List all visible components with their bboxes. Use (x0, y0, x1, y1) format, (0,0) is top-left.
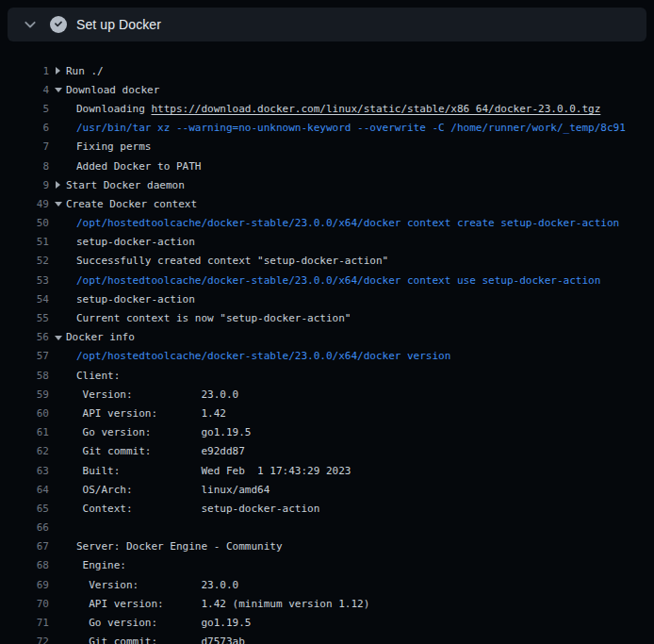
command-text: /usr/bin/tar xz --warning=no-unknown-key… (76, 122, 626, 134)
line-number[interactable]: 60 (0, 407, 49, 420)
log-text: Downloading https://download.docker.com/… (76, 103, 600, 115)
log-line: 69 Version: 23.0.0 (0, 575, 654, 594)
log-text: Go version: go1.19.5 (76, 617, 251, 629)
triangle-down-icon (55, 85, 66, 95)
line-number[interactable]: 72 (0, 636, 49, 644)
line-number[interactable]: 71 (0, 617, 49, 629)
group-content: Download docker (55, 84, 159, 96)
chevron-down-icon[interactable] (23, 17, 38, 32)
log-line: 59 Version: 23.0.0 (0, 385, 654, 404)
line-number[interactable]: 5 (0, 103, 49, 115)
log-line: 66 (0, 519, 654, 537)
log-text: setup-docker-action (76, 293, 195, 305)
log-text: Version: 23.0.0 (76, 388, 238, 401)
line-number[interactable]: 62 (0, 445, 49, 457)
log-line: 52Successfully created context "setup-do… (0, 252, 654, 271)
line-number[interactable]: 54 (0, 293, 49, 305)
log-line: 67Server: Docker Engine - Community (0, 537, 654, 556)
line-number[interactable]: 51 (0, 236, 49, 248)
log-text: OS/Arch: linux/amd64 (76, 484, 270, 496)
log-group-row[interactable]: 9Start Docker daemon (0, 175, 654, 194)
log-text: Version: 23.0.0 (76, 579, 238, 591)
line-number[interactable]: 53 (0, 274, 49, 287)
log-text: Context: setup-docker-action (76, 503, 319, 515)
log: 1Run ./4Download docker5Downloading http… (0, 49, 654, 644)
line-number[interactable]: 67 (0, 540, 49, 553)
line-number[interactable]: 56 (0, 331, 49, 343)
log-line: 6/usr/bin/tar xz --warning=no-unknown-ke… (0, 119, 654, 138)
check-circle-icon (50, 16, 67, 33)
log-text: Downloading (76, 103, 151, 115)
line-number[interactable]: 7 (0, 140, 49, 153)
log-line: 58Client: (0, 366, 654, 385)
line-number[interactable]: 63 (0, 465, 49, 477)
log-text: Added Docker to PATH (76, 160, 201, 173)
log-text: Fixing perms (76, 140, 151, 153)
line-number[interactable]: 61 (0, 426, 49, 438)
command-text: /opt/hostedtoolcache/docker-stable/23.0.… (76, 274, 600, 287)
line-number[interactable]: 4 (0, 84, 49, 96)
line-number[interactable]: 8 (0, 160, 49, 173)
log-text: Client: (76, 370, 120, 382)
line-number[interactable]: 1 (0, 65, 49, 77)
log-text: Go version: go1.19.5 (76, 426, 251, 438)
line-number[interactable]: 59 (0, 388, 49, 401)
line-number[interactable]: 66 (0, 521, 49, 534)
group-title: Start Docker daemon (66, 179, 185, 191)
log-line: 63 Built: Wed Feb 1 17:43:29 2023 (0, 461, 654, 480)
triangle-right-icon (55, 66, 66, 76)
line-number[interactable]: 6 (0, 122, 49, 134)
log-line: 61 Go version: go1.19.5 (0, 423, 654, 442)
line-number[interactable]: 68 (0, 559, 49, 571)
line-number[interactable]: 49 (0, 198, 49, 210)
step-header[interactable]: Set up Docker (8, 8, 646, 41)
log-line: 71 Go version: go1.19.5 (0, 613, 654, 632)
log-group-row[interactable]: 56Docker info (0, 328, 654, 347)
log-line: 51setup-docker-action (0, 233, 654, 252)
group-title: Download docker (66, 84, 159, 96)
log-text: Git commit: e92dd87 (76, 445, 245, 457)
log-text: Git commit: d7573ab (76, 636, 245, 644)
group-content: Docker info (55, 331, 135, 343)
group-title: Docker info (66, 331, 135, 343)
log-text: Server: Docker Engine - Community (76, 540, 283, 553)
line-number[interactable]: 9 (0, 179, 49, 191)
log-text: Built: Wed Feb 1 17:43:29 2023 (76, 465, 351, 477)
line-number[interactable]: 70 (0, 598, 49, 610)
line-number[interactable]: 65 (0, 503, 49, 515)
log-line: 8Added Docker to PATH (0, 157, 654, 175)
command-text: /opt/hostedtoolcache/docker-stable/23.0.… (76, 350, 450, 362)
log-text: Current context is now "setup-docker-act… (76, 312, 351, 324)
log-text: Successfully created context "setup-dock… (76, 255, 388, 267)
log-line: 68 Engine: (0, 556, 654, 575)
group-content: Start Docker daemon (55, 179, 185, 191)
log-group-row[interactable]: 1Run ./ (0, 61, 654, 80)
log-line: 7Fixing perms (0, 138, 654, 157)
triangle-down-icon (55, 199, 66, 209)
log-line: 70 API version: 1.42 (minimum version 1.… (0, 594, 654, 613)
log-line: 50/opt/hostedtoolcache/docker-stable/23.… (0, 214, 654, 233)
line-number[interactable]: 58 (0, 370, 49, 382)
line-number[interactable]: 69 (0, 579, 49, 591)
triangle-down-icon (55, 332, 66, 342)
step-title: Set up Docker (76, 17, 161, 32)
line-number[interactable]: 57 (0, 350, 49, 362)
log-link[interactable]: https://download.docker.com/linux/static… (151, 103, 600, 115)
log-text: Engine: (76, 559, 126, 571)
log-line: 53/opt/hostedtoolcache/docker-stable/23.… (0, 271, 654, 289)
log-line: 60 API version: 1.42 (0, 404, 654, 422)
command-text: /opt/hostedtoolcache/docker-stable/23.0.… (76, 217, 619, 229)
line-number[interactable]: 52 (0, 255, 49, 267)
log-line: 72 Git commit: d7573ab (0, 633, 654, 644)
log-group-row[interactable]: 49Create Docker context (0, 194, 654, 213)
line-number[interactable]: 55 (0, 312, 49, 324)
group-content: Run ./ (55, 65, 104, 77)
log-text: API version: 1.42 (76, 407, 226, 420)
log-group-row[interactable]: 4Download docker (0, 80, 654, 99)
group-title: Create Docker context (66, 198, 197, 210)
line-number[interactable]: 64 (0, 484, 49, 496)
log-line: 57/opt/hostedtoolcache/docker-stable/23.… (0, 347, 654, 366)
line-number[interactable]: 50 (0, 217, 49, 229)
log-line: 54setup-docker-action (0, 289, 654, 308)
log-line: 62 Git commit: e92dd87 (0, 442, 654, 461)
